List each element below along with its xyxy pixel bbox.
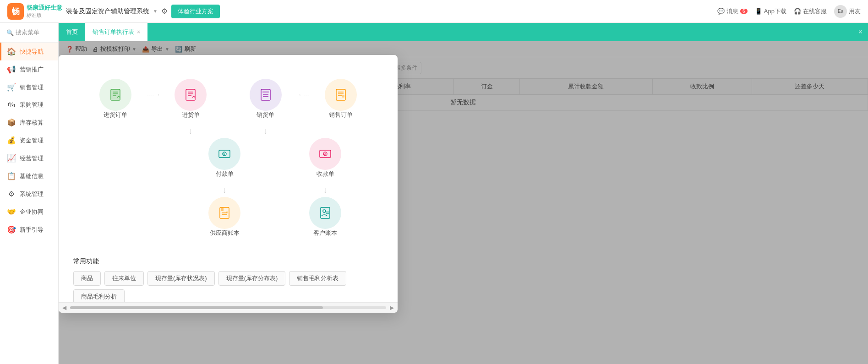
dropdown-arrow[interactable]: ▼ bbox=[153, 9, 158, 14]
app-download-btn[interactable]: 📱 App下载 bbox=[755, 7, 786, 16]
purchase-order-icon bbox=[99, 79, 131, 111]
sidebar-label-finance: 资金管理 bbox=[20, 136, 44, 145]
online-service-label: 在线客服 bbox=[803, 7, 827, 16]
service-icon: 🎧 bbox=[794, 8, 801, 15]
arrow-h1: - - - - → bbox=[139, 91, 167, 107]
node-purchase-bill[interactable]: 进货单 bbox=[167, 79, 214, 119]
system-name: 装备及固定资产辅助管理系统 bbox=[66, 7, 149, 16]
sidebar-item-system[interactable]: ⚙ 系统管理 bbox=[0, 185, 58, 203]
basic-icon: 📋 bbox=[7, 172, 16, 180]
modal-overlay[interactable]: 进货订单 - - - - → bbox=[59, 41, 868, 364]
node-supplier-ledger[interactable]: 供应商账本 bbox=[192, 197, 257, 237]
message-btn[interactable]: 💬 消息 6 bbox=[717, 7, 748, 16]
sidebar-search-inner[interactable]: 🔍 搜索菜单 bbox=[4, 27, 55, 38]
sidebar-item-sales[interactable]: 🛒 销售管理 bbox=[0, 78, 58, 96]
main-area: 🔍 搜索菜单 🏠 快捷导航 📢 营销推广 🛒 销售管理 🛍 采购管理 bbox=[0, 23, 868, 364]
payment-bill-icon: ¥ bbox=[208, 138, 240, 170]
scroll-left-arrow[interactable]: ◀ bbox=[62, 304, 66, 311]
sidebar-label-enterprise: 企业协同 bbox=[20, 208, 44, 216]
logo-line2: 标准版 bbox=[27, 12, 62, 18]
download-icon: 📱 bbox=[755, 8, 762, 15]
sidebar-item-operations[interactable]: 📈 经营管理 bbox=[0, 149, 58, 167]
gear-icon[interactable]: ⚙ bbox=[161, 7, 168, 16]
tab-sales-order[interactable]: 销售订单执行表 × bbox=[85, 23, 147, 41]
newbie-icon: 🎯 bbox=[7, 225, 16, 234]
purchase-icon: 🛍 bbox=[7, 101, 16, 109]
sidebar-item-purchase[interactable]: 🛍 采购管理 bbox=[0, 96, 58, 114]
sales-bill-icon bbox=[250, 79, 282, 111]
system-icon: ⚙ bbox=[7, 190, 16, 198]
row2: ¥ 付款单 bbox=[92, 138, 365, 178]
arrow-h2: ← - - - bbox=[289, 91, 317, 107]
sidebar-item-basic[interactable]: 📋 基础信息 bbox=[0, 167, 58, 185]
user-label: 用友 bbox=[849, 7, 861, 16]
cf-btn-goods[interactable]: 商品 bbox=[73, 271, 101, 286]
svg-rect-9 bbox=[262, 91, 269, 93]
marketing-icon: 📢 bbox=[7, 65, 16, 74]
sidebar-label-marketing: 营销推广 bbox=[20, 65, 44, 74]
finance-icon: 💰 bbox=[7, 136, 16, 145]
message-icon: 💬 bbox=[717, 8, 725, 15]
common-functions: 常用功能 商品 往来单位 现存量(库存状况表) 现存量(库存分布表) 销售毛利分… bbox=[73, 257, 383, 302]
sidebar-item-newbie[interactable]: 🎯 新手引导 bbox=[0, 221, 58, 239]
svg-rect-4 bbox=[186, 89, 195, 100]
node-payment-bill-label: 付款单 bbox=[216, 170, 234, 178]
online-service-btn[interactable]: 🎧 在线客服 bbox=[794, 7, 827, 16]
sidebar-search[interactable]: 🔍 搜索菜单 bbox=[0, 23, 58, 43]
user-btn[interactable]: Ea 用友 bbox=[834, 5, 861, 18]
app-container: 畅 畅康通好生意 标准版 装备及固定资产辅助管理系统 ▼ ⚙ 体验行业方案 💬 … bbox=[0, 0, 868, 364]
cf-btn-partner[interactable]: 往来单位 bbox=[104, 271, 144, 286]
scroll-track[interactable] bbox=[70, 306, 386, 309]
sidebar-label-operations: 经营管理 bbox=[20, 154, 44, 163]
tab-close-icon[interactable]: × bbox=[137, 29, 140, 35]
node-sales-bill[interactable]: 销货单 bbox=[242, 79, 289, 119]
scroll-right-arrow[interactable]: ▶ bbox=[390, 304, 394, 311]
cf-btn-sales-profit[interactable]: 销售毛利分析表 bbox=[289, 271, 346, 286]
sidebar-item-quick-nav[interactable]: 🏠 快捷导航 bbox=[0, 43, 58, 60]
top-bar-actions: 💬 消息 6 📱 App下载 🎧 在线客服 Ea 用友 bbox=[717, 5, 861, 18]
content-area: 首页 销售订单执行表 × × ❓ 帮助 bbox=[59, 23, 868, 364]
modal-inner: 进货订单 - - - - → bbox=[59, 55, 398, 302]
app-download-label: App下载 bbox=[764, 7, 786, 16]
sidebar-item-finance[interactable]: 💰 资金管理 bbox=[0, 131, 58, 149]
search-icon: 🔍 bbox=[6, 29, 14, 36]
node-sales-order[interactable]: 销售订单 bbox=[317, 79, 365, 119]
flow-diagram-area: 进货订单 - - - - → bbox=[73, 70, 383, 254]
node-supplier-ledger-label: 供应商账本 bbox=[210, 229, 240, 237]
tab-bar-close-icon[interactable]: × bbox=[858, 28, 863, 36]
node-purchase-order[interactable]: 进货订单 bbox=[92, 79, 139, 119]
sidebar-item-enterprise[interactable]: 🤝 企业协同 bbox=[0, 203, 58, 221]
sidebar: 🔍 搜索菜单 🏠 快捷导航 📢 营销推广 🛒 销售管理 🛍 采购管理 bbox=[0, 23, 59, 364]
quick-nav-modal: 进货订单 - - - - → bbox=[59, 55, 398, 313]
svg-rect-28 bbox=[321, 207, 330, 218]
receipt-bill-icon: ¥ bbox=[309, 138, 341, 170]
node-payment-bill[interactable]: ¥ 付款单 bbox=[192, 138, 257, 178]
node-receipt-bill[interactable]: ¥ 收款单 bbox=[293, 138, 357, 178]
node-purchase-bill-label: 进货单 bbox=[182, 111, 200, 119]
operations-icon: 📈 bbox=[7, 154, 16, 163]
main-content: ❓ 帮助 🖨 按模板打印 ▼ 📤 导出 ▼ bbox=[59, 41, 868, 364]
experience-btn[interactable]: 体验行业方案 bbox=[171, 5, 220, 18]
sidebar-label-sales: 销售管理 bbox=[20, 83, 44, 92]
cf-btn-goods-profit[interactable]: 商品毛利分析 bbox=[73, 289, 125, 302]
sidebar-label-purchase: 采购管理 bbox=[20, 101, 44, 109]
node-purchase-order-label: 进货订单 bbox=[104, 111, 127, 119]
enterprise-icon: 🤝 bbox=[7, 207, 16, 216]
sidebar-label-quick-nav: 快捷导航 bbox=[20, 48, 44, 56]
quick-nav-icon: 🏠 bbox=[7, 47, 16, 56]
sidebar-item-inventory[interactable]: 📦 库存核算 bbox=[0, 114, 58, 131]
inventory-icon: 📦 bbox=[7, 118, 16, 127]
arrow-v3: ↓ bbox=[192, 185, 257, 195]
purchase-bill-icon bbox=[175, 79, 207, 111]
arrow-v4: ↓ bbox=[293, 185, 357, 195]
tab-home[interactable]: 首页 bbox=[59, 23, 85, 41]
cf-btn-stock-dist[interactable]: 现存量(库存分布表) bbox=[218, 271, 286, 286]
sidebar-label-system: 系统管理 bbox=[20, 190, 44, 198]
cf-btn-stock-status[interactable]: 现存量(库存状况表) bbox=[147, 271, 215, 286]
supplier-ledger-icon bbox=[208, 197, 240, 229]
tab-sales-order-label: 销售订单执行表 bbox=[93, 28, 134, 36]
sidebar-item-marketing[interactable]: 📢 营销推广 bbox=[0, 60, 58, 78]
top-bar-left: 装备及固定资产辅助管理系统 ▼ ⚙ 体验行业方案 bbox=[66, 5, 220, 18]
top-bar: 畅 畅康通好生意 标准版 装备及固定资产辅助管理系统 ▼ ⚙ 体验行业方案 💬 … bbox=[0, 0, 868, 23]
node-customer-ledger[interactable]: 客户账本 bbox=[293, 197, 357, 237]
